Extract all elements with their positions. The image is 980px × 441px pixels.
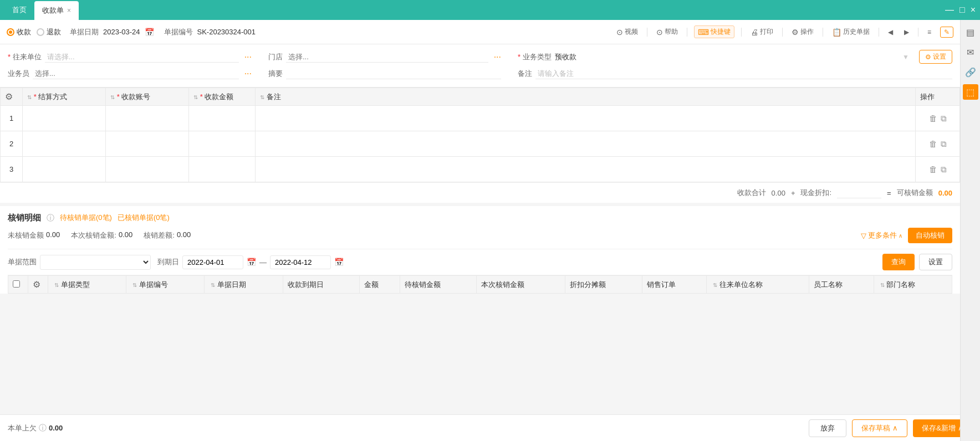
side-icon-3[interactable]: 🔗	[963, 64, 978, 80]
biz-type-dropdown-icon[interactable]: ▼	[902, 53, 909, 61]
settle-1[interactable]	[23, 106, 106, 131]
amount-2[interactable]	[189, 131, 256, 157]
tab-home[interactable]: 首页	[4, 0, 34, 20]
footer-bar: 本单上欠 ⓘ 0.00 放弃 保存草稿 ∧ 保存&新增 ∧	[0, 414, 980, 441]
abandon-button[interactable]: 放弃	[809, 419, 846, 437]
receipt-due-header: 收款到期日	[288, 280, 324, 289]
col-gear-2[interactable]: ⚙	[28, 276, 48, 294]
due-date-from-calendar-icon[interactable]: 📅	[247, 258, 256, 266]
amount-3[interactable]	[189, 157, 256, 182]
verify-info-icon[interactable]: ⓘ	[47, 213, 54, 223]
bottom-table-settings-icon[interactable]: ⚙	[33, 280, 40, 289]
due-date-to-input[interactable]	[270, 255, 331, 269]
minimize-button[interactable]: —	[945, 6, 954, 14]
video-button[interactable]: ⊙ 视频	[614, 26, 640, 38]
amount-1[interactable]	[189, 106, 256, 131]
delete-row-3-icon[interactable]: 🗑	[929, 165, 937, 175]
radio-refund[interactable]: 退款	[37, 27, 61, 37]
copy-row-3-icon[interactable]: ⧉	[941, 165, 947, 175]
discount-header: 折扣分摊额	[570, 280, 606, 289]
op-1: 🗑 ⧉	[916, 106, 960, 131]
sort-amount-icon[interactable]: ⇅	[193, 94, 198, 100]
staff-name-header: 员工名称	[814, 280, 843, 289]
note-1[interactable]	[256, 106, 916, 131]
sort-settle-icon[interactable]: ⇅	[27, 94, 32, 100]
copy-row-1-icon[interactable]: ⧉	[941, 114, 947, 124]
history-button[interactable]: 📋 历史单据	[830, 26, 872, 38]
table-settings-icon[interactable]: ⚙	[5, 92, 13, 101]
current-label: 本次核销金额:	[71, 230, 116, 240]
store-more-icon[interactable]: ···	[494, 52, 501, 62]
range-select[interactable]	[40, 255, 151, 270]
auto-verify-button[interactable]: 自动核销	[908, 228, 952, 243]
sort-partner-icon[interactable]: ⇅	[713, 282, 717, 288]
divider-1	[647, 28, 647, 37]
side-icon-2[interactable]: ✉	[963, 44, 978, 60]
note-3[interactable]	[256, 157, 916, 182]
select-all-checkbox[interactable]	[13, 280, 20, 288]
print-button[interactable]: 🖨 打印	[748, 26, 775, 38]
query-button[interactable]: 查询	[882, 254, 915, 270]
staff-more-icon[interactable]: ···	[244, 69, 252, 79]
maximize-button[interactable]: □	[959, 6, 965, 14]
table-row: 2 🗑 ⧉	[1, 131, 960, 157]
operation-header: 操作	[920, 93, 935, 101]
col-checkbox[interactable]	[8, 276, 28, 294]
partner-label: 往来单位	[8, 52, 42, 62]
sort-dept-icon[interactable]: ⇅	[880, 282, 885, 288]
settle-2[interactable]	[23, 131, 106, 157]
col-dept-name: ⇅ 部门名称	[874, 276, 952, 294]
tab-receipt-label: 收款单	[42, 6, 64, 16]
summary-input[interactable]	[286, 68, 501, 79]
prev-button[interactable]: ◀	[886, 27, 895, 37]
copy-row-2-icon[interactable]: ⧉	[941, 139, 947, 149]
remark-input[interactable]	[535, 68, 952, 79]
doc-type-header: 单据类型	[61, 280, 90, 289]
discount-label: 现金折扣:	[800, 188, 831, 198]
tab-close-icon[interactable]: ×	[67, 7, 71, 14]
sort-doc-date-icon[interactable]: ⇅	[211, 282, 215, 288]
settle-3[interactable]	[23, 157, 106, 182]
pending-tab-link[interactable]: 待核销单据(0笔)	[60, 213, 112, 223]
account-3[interactable]	[106, 157, 189, 182]
help-button[interactable]: ⊙ 帮助	[654, 26, 680, 38]
list-view-button[interactable]: ≡	[925, 27, 933, 37]
settings-button[interactable]: ⚙ 设置	[919, 50, 952, 64]
delete-row-2-icon[interactable]: 🗑	[929, 139, 937, 149]
sort-doc-no-icon[interactable]: ⇅	[132, 282, 137, 288]
next-button[interactable]: ▶	[902, 27, 911, 37]
save-draft-button[interactable]: 保存草稿 ∧	[852, 419, 907, 437]
delete-row-1-icon[interactable]: 🗑	[929, 114, 937, 124]
action-button[interactable]: ⚙ 操作	[789, 26, 816, 38]
tab-receipt[interactable]: 收款单 ×	[34, 1, 79, 20]
side-icon-4[interactable]: ⬚	[963, 84, 978, 100]
partner-input[interactable]	[45, 52, 239, 63]
done-tab-link[interactable]: 已核销单据(0笔)	[118, 213, 170, 223]
draft-dropdown-icon[interactable]: ∧	[892, 424, 898, 432]
note-2[interactable]	[256, 131, 916, 157]
staff-input[interactable]	[33, 68, 239, 79]
sort-account-icon[interactable]: ⇅	[110, 94, 115, 100]
side-icon-1[interactable]: ▤	[963, 24, 978, 40]
sort-doc-type-icon[interactable]: ⇅	[54, 282, 59, 288]
verify-settings-button[interactable]: 设置	[919, 254, 952, 270]
store-input[interactable]	[286, 52, 488, 63]
account-1[interactable]	[106, 106, 189, 131]
divider-3	[741, 28, 742, 37]
shortcut-button[interactable]: ⌨ 快捷键	[694, 25, 734, 38]
radio-receipt[interactable]: 收款	[7, 27, 31, 37]
close-button[interactable]: ×	[971, 6, 976, 14]
account-2[interactable]	[106, 131, 189, 157]
side-panel: ▤ ✉ 🔗 ⬚	[960, 20, 980, 441]
partner-more-icon[interactable]: ···	[244, 52, 252, 62]
more-conditions-button[interactable]: ▽ 更多条件 ∧	[861, 230, 902, 240]
discount-input[interactable]	[837, 187, 881, 198]
due-date-from-input[interactable]	[182, 255, 243, 269]
col-gear[interactable]: ⚙	[1, 88, 23, 106]
verify-section: 核销明细 ⓘ 待核销单据(0笔) 已核销单据(0笔) 未核销金额 0.00 本次…	[0, 206, 960, 294]
edit-button[interactable]: ✎	[940, 27, 953, 38]
due-date-to-calendar-icon[interactable]: 📅	[334, 258, 344, 266]
calendar-icon[interactable]: 📅	[145, 28, 154, 37]
footer-info-icon[interactable]: ⓘ	[39, 423, 47, 433]
sort-note-icon[interactable]: ⇅	[260, 94, 264, 100]
